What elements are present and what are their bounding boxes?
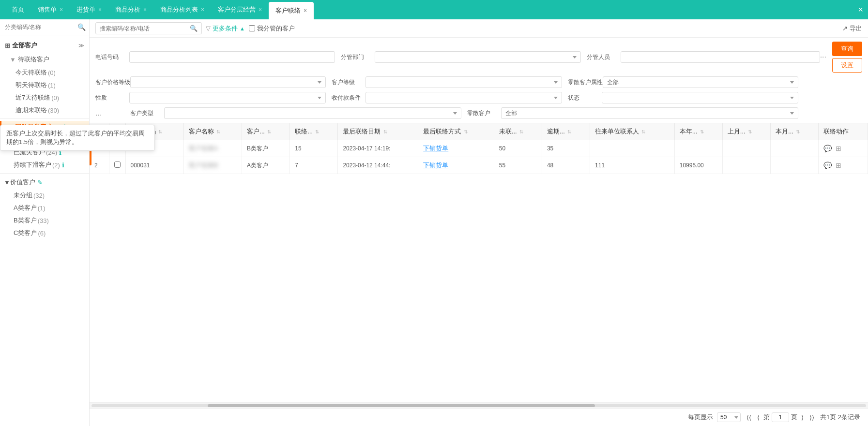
row2-chat-icon[interactable]: 💬 [823, 162, 832, 169]
close-purchase-icon[interactable]: × [98, 6, 102, 13]
sidebar-item-declining[interactable]: 持续下滑客户 (2) ℹ [0, 159, 89, 171]
close-contact-icon[interactable]: × [304, 7, 307, 14]
row1-method-link[interactable]: 下销货单 [423, 145, 448, 152]
nav-sales[interactable]: 销售单 × [31, 0, 70, 19]
sidebar-item-classB[interactable]: B类客户 (33) [0, 214, 89, 227]
prev-page-button[interactable]: ⟨ [755, 413, 761, 422]
query-button[interactable]: 查询 [832, 42, 862, 56]
row2-pending: 55 [494, 157, 542, 174]
row1-chat-icon[interactable]: 💬 [823, 145, 832, 152]
price-grade-select[interactable] [130, 76, 326, 88]
collapse-icon[interactable]: ≫ [78, 43, 84, 49]
sort-lmonth-icon[interactable]: ⇅ [748, 129, 752, 134]
close-tier-icon[interactable]: × [259, 6, 262, 13]
export-button[interactable]: ↗ 导出 [842, 24, 862, 33]
payment-select-wrapper [365, 92, 562, 103]
first-page-button[interactable]: ⟨⟨ [745, 413, 753, 422]
sidebar-item-today[interactable]: 今天待联络 (0) [2, 66, 89, 79]
person-dots-icon[interactable]: ··· [820, 53, 826, 61]
gender-select-wrapper [129, 92, 326, 103]
close-window-button[interactable]: × [858, 5, 863, 15]
customer-grade-select[interactable] [365, 76, 562, 88]
row2-select-checkbox[interactable] [114, 162, 121, 168]
sidebar-item-overdue[interactable]: 逾期未联络 (30) [2, 104, 89, 117]
payment-field: 收付款条件 [332, 92, 562, 103]
row2-more-icon[interactable]: ⊞ [836, 162, 841, 169]
row2-method-link[interactable]: 下销货单 [423, 162, 448, 169]
sort-method-icon[interactable]: ⇅ [464, 129, 468, 134]
sidebar-item-tomorrow[interactable]: 明天待联络 (1) [2, 79, 89, 91]
phone-input[interactable] [129, 51, 335, 63]
filter-search-icon[interactable]: 🔍 [190, 25, 198, 32]
row2-contact: 7 [290, 157, 338, 174]
row1-more-icon[interactable]: ⊞ [836, 145, 841, 152]
more-dots-icon[interactable]: ... [95, 109, 102, 118]
sort-contact-icon[interactable]: ⇅ [315, 129, 319, 134]
sidebar-item-classC[interactable]: C类客户 (6) [0, 227, 89, 239]
page-label: 第 [763, 413, 770, 422]
more-conditions-button[interactable]: ▽ 更多条件 ▲ [206, 24, 245, 33]
close-analysis-icon[interactable]: × [143, 6, 147, 13]
nav-analysis[interactable]: 商品分析 × [108, 0, 153, 19]
my-customers-checkbox[interactable] [249, 25, 255, 31]
last-page-button[interactable]: ⟩⟩ [807, 413, 816, 422]
nav-home[interactable]: 首页 [5, 0, 31, 19]
sidebar-content: ⊞ 全部客户 ≫ ▼ 待联络客户 今天待联络 (0) 明天待联络 (1) [0, 35, 89, 426]
this-year-col-header: 本年... ⇅ [674, 123, 722, 140]
sort-contacts-icon[interactable]: ⇅ [641, 129, 645, 134]
filter-search-input[interactable] [100, 25, 187, 32]
row2-name-text: 客户名称B [189, 162, 218, 169]
next-page-button[interactable]: ⟩ [799, 413, 806, 422]
retail2-select[interactable]: 全部 [501, 107, 798, 119]
retail2-select-wrapper: 全部 [501, 107, 798, 119]
table-area: ⚙ 客户编码 ⇅ 客户名称 ⇅ [90, 123, 868, 402]
sort-year-icon[interactable]: ⇅ [700, 129, 704, 134]
last-month-col-header: 上月... ⇅ [722, 123, 770, 140]
sort-date-icon[interactable]: ⇅ [383, 129, 387, 134]
row2-overdue: 48 [542, 157, 590, 174]
scroll-thumb[interactable] [208, 404, 595, 407]
close-sales-icon[interactable]: × [60, 6, 63, 13]
payment-select[interactable] [365, 92, 562, 103]
horizontal-scrollbar[interactable] [90, 402, 868, 408]
type-col-header: 客户... ⇅ [242, 123, 290, 140]
retail-attr-select[interactable]: 全部 [603, 76, 798, 88]
row1-actions: 💬 ⊞ [819, 140, 868, 157]
value-group-header[interactable]: ▼ 价值客户 ✎ [0, 176, 89, 189]
person-input[interactable] [621, 51, 820, 63]
sidebar-search-icon[interactable]: 🔍 [77, 23, 86, 31]
settings-button[interactable]: 设置 [832, 58, 862, 73]
sort-pending-icon[interactable]: ⇅ [519, 129, 523, 134]
status-select-wrapper [602, 92, 798, 103]
customer-type-select[interactable] [164, 107, 461, 119]
sort-name-icon[interactable]: ⇅ [216, 129, 220, 134]
sort-overdue-icon[interactable]: ⇅ [567, 129, 571, 134]
sort-tmonth-icon[interactable]: ⇅ [796, 129, 800, 134]
nav-customer-tier[interactable]: 客户分层经营 × [211, 0, 269, 19]
page-number-input[interactable] [772, 412, 789, 422]
nav-analysis-list[interactable]: 商品分析列表 × [153, 0, 211, 19]
nav-purchase[interactable]: 进货单 × [70, 0, 108, 19]
divider2 [0, 173, 89, 174]
all-customers-header[interactable]: ⊞ 全部客户 ≫ [0, 38, 89, 53]
edit-icon[interactable]: ✎ [37, 179, 43, 186]
advanced-filters: 电话号码 分管部门 分管人员 ··· [90, 38, 868, 123]
sort-type-icon[interactable]: ⇅ [267, 129, 271, 134]
sidebar-item-7days[interactable]: 近7天待联络 (0) [2, 91, 89, 104]
row1-this-month [771, 140, 819, 157]
pending-group-title[interactable]: ▼ 待联络客户 [2, 53, 89, 66]
close-analysis-list-icon[interactable]: × [201, 6, 204, 13]
row1-last-date: 2023-04-17 14:19: [338, 140, 418, 157]
dept-select[interactable] [375, 51, 580, 63]
sidebar-item-classA[interactable]: A类客户 (1) [0, 202, 89, 214]
status-select[interactable] [602, 92, 798, 103]
sidebar-item-unclassified[interactable]: 未分组 (32) [0, 189, 89, 202]
table-row: 2 000031 客户名称B A类客户 7 2023-04-12 14:44: … [90, 157, 868, 174]
page-size-select[interactable]: 50 10 20 100 [717, 412, 741, 422]
nav-customer-contact[interactable]: 客户联络 × [269, 2, 314, 19]
sidebar-search-input[interactable] [5, 24, 77, 30]
gender-select[interactable] [129, 92, 326, 103]
sidebar: 🔍 ⊞ 全部客户 ≫ ▼ 待联络客户 今天待联络 (0) 明天待联络 (1) [0, 19, 90, 426]
row1-type: B类客户 [242, 140, 290, 157]
sort-code-icon[interactable]: ⇅ [158, 129, 162, 134]
